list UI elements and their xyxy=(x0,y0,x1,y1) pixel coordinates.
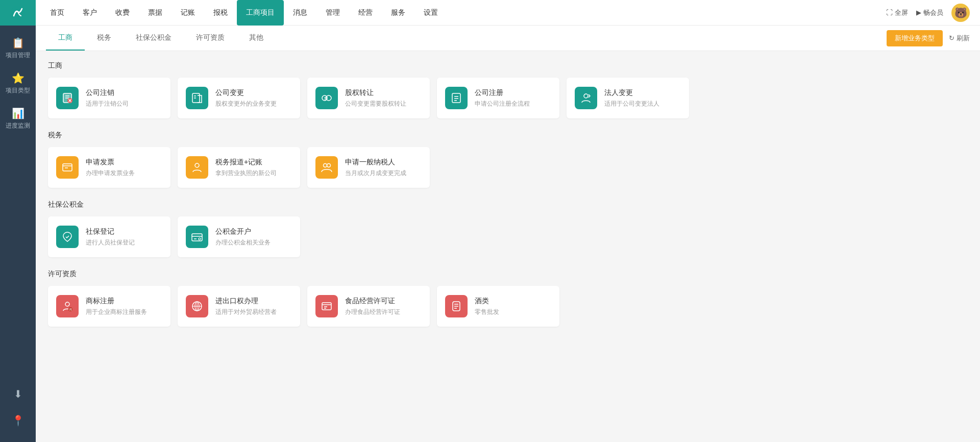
section-title-gongshang: 工商 xyxy=(48,61,968,70)
card-company-register[interactable]: 公司注册 申请公司注册全流程 xyxy=(437,78,559,118)
card-trademark[interactable]: R 商标注册 用于企业商标注册服务 xyxy=(48,286,170,327)
tab-license[interactable]: 许可资质 xyxy=(184,26,237,51)
sidebar-item-project-manage[interactable]: 📋 项目管理 xyxy=(0,31,36,66)
sidebar-item-project-type[interactable]: ⭐ 项目类型 xyxy=(0,66,36,101)
tabs: 工商 税务 社保公积金 许可资质 其他 xyxy=(46,26,276,51)
nav-accounting[interactable]: 记账 xyxy=(172,0,204,26)
nav-manage[interactable]: 管理 xyxy=(316,0,349,26)
nav-message[interactable]: 消息 xyxy=(284,0,316,26)
general-taxpayer-title: 申请一般纳税人 xyxy=(345,158,406,167)
company-register-icon xyxy=(445,87,468,109)
card-import-export[interactable]: 进出口权办理 适用于对外贸易经营者 xyxy=(178,286,300,327)
section-xuke: 许可资质 R 商标注册 用于企业 xyxy=(48,269,968,327)
nav-operation[interactable]: 经营 xyxy=(349,0,382,26)
import-export-icon xyxy=(186,295,208,317)
tab-social-insurance[interactable]: 社保公积金 xyxy=(124,26,184,51)
company-cancel-title: 公司注销 xyxy=(86,88,129,97)
add-business-type-button[interactable]: 新增业务类型 xyxy=(887,30,943,46)
food-license-info: 食品经营许可证 办理食品经营许可证 xyxy=(345,297,400,316)
company-cancel-icon xyxy=(56,87,79,109)
logo-area[interactable] xyxy=(0,0,36,26)
legal-change-info: 法人变更 适用于公司变更法人 xyxy=(604,88,659,108)
card-food-license[interactable]: 食品经营许可证 办理食品经营许可证 xyxy=(307,286,430,327)
card-legal-change[interactable]: 法人变更 适用于公司变更法人 xyxy=(567,78,689,118)
refresh-button[interactable]: ↻ 刷新 xyxy=(949,34,970,43)
company-change-title: 公司变更 xyxy=(215,88,277,97)
nav-settings[interactable]: 设置 xyxy=(414,0,447,26)
import-export-title: 进出口权办理 xyxy=(215,297,277,306)
card-provident-fund[interactable]: 公积金开户 办理公积金相关业务 xyxy=(178,216,300,257)
sidebar-download-icon[interactable]: ⬇ xyxy=(12,383,24,405)
card-equity-transfer[interactable]: $ 股权转让 公司变更需要股权转让 xyxy=(307,78,430,118)
tab-tax[interactable]: 税务 xyxy=(85,26,124,51)
company-change-icon xyxy=(186,87,208,109)
project-type-icon: ⭐ xyxy=(12,72,24,84)
nav-items: 首页 客户 收费 票据 记账 报税 工商项目 消息 管理 经营 服务 设置 xyxy=(36,0,886,26)
tab-other[interactable]: 其他 xyxy=(237,26,276,51)
sidebar-bottom: ⬇ 📍 xyxy=(12,383,24,442)
equity-transfer-info: 股权转让 公司变更需要股权转让 xyxy=(345,88,406,108)
svg-point-27 xyxy=(199,238,201,240)
sidebar-location-icon[interactable]: 📍 xyxy=(12,409,24,432)
food-license-title: 食品经营许可证 xyxy=(345,297,400,306)
section-title-xuke: 许可资质 xyxy=(48,269,968,279)
nav-right: ⛶ 全屏 ▶ 畅会员 🐻 xyxy=(886,4,980,22)
nav-fee[interactable]: 收费 xyxy=(106,0,139,26)
nav-tax[interactable]: 报税 xyxy=(204,0,237,26)
tab-business-register[interactable]: 工商 xyxy=(46,26,85,51)
liquor-icon xyxy=(445,295,468,317)
general-taxpayer-info: 申请一般纳税人 当月或次月成变更完成 xyxy=(345,158,406,178)
card-general-taxpayer[interactable]: 申请一般纳税人 当月或次月成变更完成 xyxy=(307,147,430,188)
provident-fund-desc: 办理公积金相关业务 xyxy=(215,238,271,247)
card-company-cancel[interactable]: 公司注销 适用于注销公司 xyxy=(48,78,170,118)
social-insurance-register-desc: 进行人员社保登记 xyxy=(86,238,135,247)
card-company-change[interactable]: 公司变更 股权变更外的业务变更 xyxy=(178,78,300,118)
import-export-info: 进出口权办理 适用于对外贸易经营者 xyxy=(215,297,277,316)
vip-icon: ▶ xyxy=(916,9,921,16)
nav-business[interactable]: 工商项目 xyxy=(237,0,284,26)
legal-change-desc: 适用于公司变更法人 xyxy=(604,100,659,108)
import-export-desc: 适用于对外贸易经营者 xyxy=(215,308,277,316)
svg-rect-36 xyxy=(322,303,331,310)
food-license-desc: 办理食品经营许可证 xyxy=(345,308,400,316)
liquor-info: 酒类 零售批发 xyxy=(475,297,499,316)
company-change-info: 公司变更 股权变更外的业务变更 xyxy=(215,88,277,108)
section-title-shuiwu: 税务 xyxy=(48,131,968,140)
legal-change-icon xyxy=(575,87,597,109)
svg-text:R: R xyxy=(69,308,72,311)
svg-point-24 xyxy=(327,164,331,167)
company-register-desc: 申请公司注册全流程 xyxy=(475,100,530,108)
vip-btn[interactable]: ▶ 畅会员 xyxy=(916,8,943,17)
nav-client[interactable]: 客户 xyxy=(74,0,106,26)
equity-transfer-title: 股权转让 xyxy=(345,88,406,97)
sidebar: 📋 项目管理 ⭐ 项目类型 📊 进度监测 ⬇ 📍 xyxy=(0,26,36,442)
avatar[interactable]: 🐻 xyxy=(951,4,970,22)
apply-invoice-title: 申请发票 xyxy=(86,158,135,167)
equity-transfer-desc: 公司变更需要股权转让 xyxy=(345,100,406,108)
nav-invoice[interactable]: 票据 xyxy=(139,0,172,26)
trademark-icon: R xyxy=(56,295,79,317)
progress-monitor-icon: 📊 xyxy=(12,107,24,119)
content-area: 工商 税务 社保公积金 许可资质 其他 新增业务类型 ↻ 刷新 工商 xyxy=(36,26,980,442)
cards-grid-shuiwu: 申请发票 办理申请发票业务 税务报道+记账 xyxy=(48,147,968,188)
section-shebao: 社保公积金 社保登记 进行人员社保登记 xyxy=(48,200,968,257)
company-cancel-info: 公司注销 适用于注销公司 xyxy=(86,88,129,108)
fullscreen-btn[interactable]: ⛶ 全屏 xyxy=(886,8,908,17)
apply-invoice-icon xyxy=(56,156,79,179)
svg-rect-19 xyxy=(63,164,72,171)
svg-rect-14 xyxy=(452,93,460,103)
tab-actions: 新增业务类型 ↻ 刷新 xyxy=(887,30,970,46)
main-layout: 📋 项目管理 ⭐ 项目类型 📊 进度监测 ⬇ 📍 工商 税务 社保公积金 许可资… xyxy=(0,26,980,442)
nav-home[interactable]: 首页 xyxy=(41,0,74,26)
card-social-insurance-register[interactable]: 社保登记 进行人员社保登记 xyxy=(48,216,170,257)
card-liquor[interactable]: 酒类 零售批发 xyxy=(437,286,559,327)
social-insurance-register-info: 社保登记 进行人员社保登记 xyxy=(86,227,135,247)
svg-point-22 xyxy=(195,163,199,167)
card-tax-report[interactable]: 税务报道+记账 拿到营业执照的新公司 xyxy=(178,147,300,188)
nav-service[interactable]: 服务 xyxy=(382,0,414,26)
card-apply-invoice[interactable]: 申请发票 办理申请发票业务 xyxy=(48,147,170,188)
tax-report-title: 税务报道+记账 xyxy=(215,158,277,167)
sidebar-item-progress-monitor[interactable]: 📊 进度监测 xyxy=(0,101,36,136)
scroll-content[interactable]: 工商 xyxy=(36,51,980,442)
project-manage-icon: 📋 xyxy=(12,37,24,49)
